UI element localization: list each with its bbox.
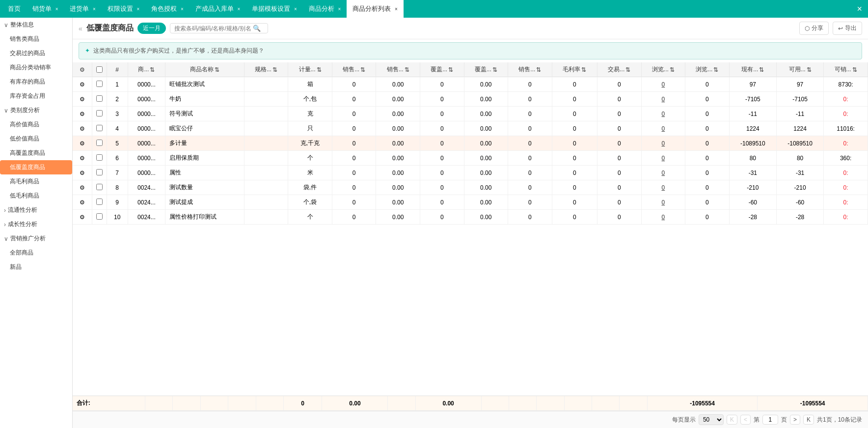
nav-tab-permission[interactable]: 权限设置 × xyxy=(102,0,145,18)
browse-link[interactable]: 0 xyxy=(662,81,665,88)
next-page-button[interactable]: > xyxy=(790,415,800,425)
row-browse-a[interactable]: 0 xyxy=(641,92,685,107)
col-gross-rate[interactable]: 毛利率 ⇅ xyxy=(552,62,597,77)
sort-icon-sales-qty[interactable]: ⇅ xyxy=(360,66,365,73)
sidebar-section-overall[interactable]: ∨ 整体信息 xyxy=(0,18,72,32)
sort-icon-name[interactable]: ⇅ xyxy=(215,66,219,73)
sidebar-item-high-margin[interactable]: 高毛利商品 xyxy=(0,174,72,189)
row-settings[interactable]: ⚙ xyxy=(73,210,92,225)
row-checkbox[interactable] xyxy=(92,210,107,225)
sort-icon-gross-rate[interactable]: ⇅ xyxy=(581,66,586,73)
col-cover-qty[interactable]: 覆盖... ⇅ xyxy=(420,62,464,77)
row-settings[interactable]: ⚙ xyxy=(73,136,92,151)
col-browse-a[interactable]: 浏览... ⇅ xyxy=(641,62,685,77)
browse-link[interactable]: 0 xyxy=(662,214,665,221)
close-template-tab[interactable]: × xyxy=(294,6,297,12)
page-size-select[interactable]: 50 20 100 200 xyxy=(699,414,724,425)
sort-icon-current[interactable]: ⇅ xyxy=(759,66,764,73)
sidebar-item-sales-goods[interactable]: 销售类商品 xyxy=(0,32,72,46)
row-select-checkbox[interactable] xyxy=(96,95,103,102)
row-settings[interactable]: ⚙ xyxy=(73,121,92,136)
browse-link[interactable]: 0 xyxy=(662,184,665,191)
sort-icon-cover-amt[interactable]: ⇅ xyxy=(492,66,497,73)
close-goods-analysis-tab[interactable]: × xyxy=(338,6,341,12)
row-checkbox[interactable] xyxy=(92,77,107,92)
row-checkbox[interactable] xyxy=(92,107,107,121)
close-goods-analysis-list-tab[interactable]: × xyxy=(395,6,398,12)
sidebar-item-low-coverage[interactable]: 低覆盖度商品 xyxy=(0,160,72,174)
close-purchase-tab[interactable]: × xyxy=(93,6,96,12)
nav-tab-home[interactable]: 首页 xyxy=(2,0,27,18)
sidebar-item-category-turnover[interactable]: 商品分类动销率 xyxy=(0,60,72,75)
row-checkbox[interactable] xyxy=(92,166,107,180)
sidebar-item-capital-occupy[interactable]: 库存资金占用 xyxy=(0,89,72,103)
nav-tab-template[interactable]: 单据模板设置 × xyxy=(246,0,302,18)
row-browse-a[interactable]: 0 xyxy=(641,210,685,225)
first-page-button[interactable]: K xyxy=(727,415,737,425)
row-checkbox[interactable] xyxy=(92,151,107,166)
row-select-checkbox[interactable] xyxy=(96,81,103,87)
sidebar-item-high-value[interactable]: 高价值商品 xyxy=(0,117,72,132)
browse-link[interactable]: 0 xyxy=(662,170,665,176)
nav-tab-goods-analysis[interactable]: 商品分析 × xyxy=(303,0,347,18)
row-select-checkbox[interactable] xyxy=(96,213,103,220)
last-page-button[interactable]: K xyxy=(803,415,814,425)
row-checkbox[interactable] xyxy=(92,92,107,107)
sidebar-section-marketing[interactable]: ∨ 营销推广分析 xyxy=(0,231,72,246)
export-button[interactable]: ↩ 导出 xyxy=(833,22,862,35)
sort-icon-sales-amt[interactable]: ⇅ xyxy=(405,66,409,73)
sort-icon-saleable[interactable]: ⇅ xyxy=(852,66,857,73)
row-browse-a[interactable]: 0 xyxy=(641,136,685,151)
sort-icon-cover-qty[interactable]: ⇅ xyxy=(448,66,453,73)
table-container[interactable]: ⚙ # 商... ⇅ 商品名称 ⇅ 规格... ⇅ 计量... ⇅ 销售... … xyxy=(73,62,868,396)
sidebar-item-high-coverage[interactable]: 高覆盖度商品 xyxy=(0,146,72,160)
nav-tab-sales[interactable]: 销货单 × xyxy=(27,0,64,18)
row-select-checkbox[interactable] xyxy=(96,125,103,131)
col-current[interactable]: 现有... ⇅ xyxy=(729,62,776,77)
col-settings[interactable]: ⚙ xyxy=(73,62,92,77)
close-product-warehouse-tab[interactable]: × xyxy=(238,6,241,12)
col-available[interactable]: 可用... ⇅ xyxy=(776,62,823,77)
col-trade-x[interactable]: 交易... ⇅ xyxy=(597,62,642,77)
row-settings[interactable]: ⚙ xyxy=(73,166,92,180)
sidebar-item-all-goods[interactable]: 全部商品 xyxy=(0,246,72,260)
row-select-checkbox[interactable] xyxy=(96,110,103,116)
nav-tab-product-warehouse[interactable]: 产成品入库单 × xyxy=(190,0,246,18)
row-settings[interactable]: ⚙ xyxy=(73,151,92,166)
close-sales-tab[interactable]: × xyxy=(55,6,58,12)
close-role-tab[interactable]: × xyxy=(181,6,184,12)
share-button[interactable]: ⬡ 分享 xyxy=(799,22,829,35)
row-browse-a[interactable]: 0 xyxy=(641,77,685,92)
row-browse-a[interactable]: 0 xyxy=(641,195,685,210)
row-settings[interactable]: ⚙ xyxy=(73,195,92,210)
browse-link[interactable]: 0 xyxy=(662,111,665,117)
browse-link[interactable]: 0 xyxy=(662,155,665,162)
sort-icon-browse-a[interactable]: ⇅ xyxy=(670,66,675,73)
col-code[interactable]: 商... ⇅ xyxy=(128,62,165,77)
col-browse-b[interactable]: 浏览... ⇅ xyxy=(685,62,730,77)
sort-icon-browse-b[interactable]: ⇅ xyxy=(713,66,718,73)
close-all-tabs-button[interactable]: × xyxy=(853,4,866,14)
search-icon[interactable]: 🔍 xyxy=(253,25,261,32)
row-select-checkbox[interactable] xyxy=(96,199,103,205)
col-sales-qty[interactable]: 销售... ⇅ xyxy=(332,62,376,77)
row-settings[interactable]: ⚙ xyxy=(73,107,92,121)
col-checkbox[interactable] xyxy=(92,62,107,77)
row-settings[interactable]: ⚙ xyxy=(73,180,92,195)
row-browse-a[interactable]: 0 xyxy=(641,121,685,136)
browse-link[interactable]: 0 xyxy=(662,125,665,132)
browse-link[interactable]: 0 xyxy=(662,140,665,147)
row-browse-a[interactable]: 0 xyxy=(641,166,685,180)
row-settings[interactable]: ⚙ xyxy=(73,92,92,107)
nav-tab-role[interactable]: 角色授权 × xyxy=(145,0,189,18)
col-cover-amt[interactable]: 覆盖... ⇅ xyxy=(464,62,508,77)
nav-tab-purchase[interactable]: 进货单 × xyxy=(64,0,101,18)
col-spec[interactable]: 规格... ⇅ xyxy=(244,62,288,77)
sidebar-section-circulation[interactable]: › 流通性分析 xyxy=(0,203,72,217)
row-browse-a[interactable]: 0 xyxy=(641,107,685,121)
sidebar-section-category[interactable]: ∨ 类别度分析 xyxy=(0,103,72,117)
row-checkbox[interactable] xyxy=(92,180,107,195)
sort-icon-sales-x[interactable]: ⇅ xyxy=(536,66,541,73)
sort-icon-unit[interactable]: ⇅ xyxy=(317,66,322,73)
close-permission-tab[interactable]: × xyxy=(137,6,140,12)
